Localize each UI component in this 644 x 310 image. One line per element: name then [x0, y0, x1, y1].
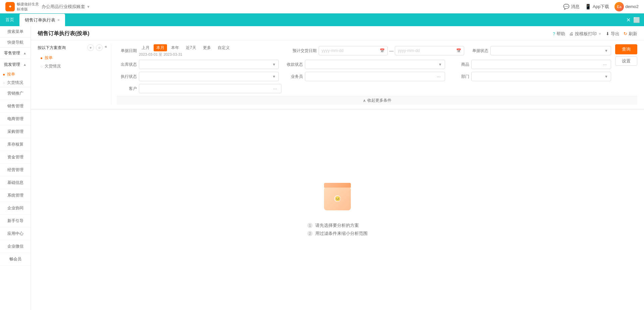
salesperson-input[interactable]: ···: [305, 72, 445, 81]
filter-goods-field: 商品 ···: [449, 60, 611, 69]
sidebar-item-appstore[interactable]: 应用中心: [0, 227, 31, 240]
sidebar-item-member[interactable]: 畅会员: [0, 253, 31, 266]
print-btn[interactable]: 🖨 按模板打印 ▼: [569, 31, 602, 37]
filter-salesperson-field: 业务员 ···: [283, 72, 445, 81]
filter-top: 按以下方案查询 + ○ « ● 按单 ○ 欠货情况: [38, 44, 637, 105]
goods-input[interactable]: ···: [471, 60, 611, 69]
query-btn[interactable]: 查询: [615, 44, 637, 54]
message-nav[interactable]: 💬 消息: [563, 4, 580, 10]
goods-dots-icon[interactable]: ···: [601, 62, 608, 67]
top-bar-right: 💬 消息 📱 App下载 Ea demo2: [563, 2, 639, 11]
sidebar-item-ecommerce[interactable]: 电商管理: [0, 113, 31, 125]
page-title: 销售订单执行表(按单): [38, 30, 90, 37]
sidebar-item-purchase[interactable]: 采购管理: [0, 125, 31, 138]
user-nav[interactable]: Ea demo2: [614, 2, 639, 11]
scheme-header: 按以下方案查询 + ○ «: [38, 44, 107, 51]
tab-maximize-btn[interactable]: ⬜: [633, 17, 640, 23]
empty-tip-2: 2 用过滤条件来缩小分析范围: [307, 230, 368, 237]
sidebar-item-operation[interactable]: 经营管理: [0, 164, 31, 176]
delivery-date-start-input[interactable]: yyyy-mm-dd 📅: [319, 46, 388, 55]
app-download-nav[interactable]: 📱 App下载: [585, 4, 609, 10]
help-btn[interactable]: ? 帮助: [553, 31, 565, 37]
delivery-status-label: 出库状态: [117, 62, 137, 67]
department-select[interactable]: ▼: [471, 72, 611, 81]
sidebar-item-marketing[interactable]: 营销推广: [0, 87, 31, 100]
sidebar-group-wholesale: 批发管理 ▲ ● 按单 ○ 欠货情况: [0, 59, 31, 87]
scheme-order-icon: ●: [40, 56, 43, 60]
date-tab-last-7[interactable]: 近7天: [183, 44, 199, 51]
date-tab-this-year[interactable]: 本年: [168, 44, 182, 51]
sidebar-item-system[interactable]: 系统管理: [0, 189, 31, 202]
sidebar-item-collab[interactable]: 企业协同: [0, 202, 31, 215]
logo-icon: ✦: [5, 2, 15, 11]
date-tab-custom[interactable]: 自定义: [215, 44, 232, 51]
tab-home[interactable]: 首页: [0, 13, 19, 26]
setting-btn[interactable]: 设置: [615, 56, 637, 66]
date-tab-more[interactable]: 更多: [200, 44, 214, 51]
filter-delivery-status-field: 出库状态 ▼: [117, 60, 279, 69]
sidebar-item-newbie[interactable]: 新手引导: [0, 215, 31, 227]
delivery-status-select[interactable]: ▼: [139, 60, 279, 69]
tab-sales-order[interactable]: 销售订单执行表 ×: [19, 14, 65, 27]
order-dot-icon: ●: [3, 72, 5, 77]
filter-collapse-bar[interactable]: ∧ 收起更多条件: [117, 96, 637, 105]
empty-tips: 1 请先选择要分析的方案 2 用过滤条件来缩小分析范围: [307, 222, 368, 237]
download-icon: 📱: [585, 4, 591, 10]
export-btn[interactable]: ⬇ 导出: [606, 31, 620, 37]
scheme-item-debt[interactable]: ○ 欠货情况: [38, 62, 107, 70]
status-arrow-icon: ▼: [604, 49, 608, 53]
sidebar-item-wechat[interactable]: 企业微信: [0, 240, 31, 253]
page-actions: ? 帮助 🖨 按模板打印 ▼ ⬇ 导出 ↻ 刷新: [553, 31, 637, 37]
customer-dots-icon[interactable]: ···: [272, 86, 278, 91]
exec-status-select[interactable]: ▼: [139, 72, 279, 81]
sidebar-item-debt[interactable]: ○ 欠货情况: [0, 79, 31, 87]
date-tab-last-month[interactable]: 上月: [139, 44, 152, 51]
sidebar-quick-nav[interactable]: 快捷导航: [0, 38, 31, 48]
tab-close-btn[interactable]: ×: [57, 18, 60, 22]
date-tabs: 上月 本月 本年 近7天 更多 自定义: [139, 44, 232, 51]
customer-input[interactable]: ···: [139, 84, 281, 93]
status-select[interactable]: ▼: [490, 46, 611, 55]
filter-date-field: 单据日期 上月 本月 本年 近7天: [117, 44, 288, 57]
scheme-title: 按以下方案查询: [38, 45, 66, 51]
tab-minimize-btn[interactable]: ✕: [626, 17, 631, 23]
logo-text: 畅捷做好生意 标准版: [17, 2, 39, 11]
sidebar-search[interactable]: 搜索菜单: [0, 26, 31, 38]
scheme-add-btn[interactable]: +: [87, 44, 94, 51]
scheme-item-order[interactable]: ● 按单: [38, 54, 107, 62]
sidebar-item-sales-mgmt[interactable]: 销售管理: [0, 100, 31, 113]
filter-actions: 查询 设置: [615, 44, 637, 66]
department-arrow-icon: ▼: [604, 74, 608, 79]
debt-dot-icon: ○: [3, 81, 5, 85]
payment-status-arrow-icon: ▼: [438, 62, 442, 66]
scheme-collapse-btn[interactable]: «: [105, 44, 107, 51]
goods-label: 商品: [449, 62, 469, 67]
date-separator: —: [389, 48, 393, 53]
breadcrumb[interactable]: 办公用品行业模拟账套 ▼: [42, 4, 90, 10]
salesperson-dots-icon[interactable]: ···: [435, 74, 442, 79]
message-icon: 💬: [563, 4, 570, 10]
date-field-label: 单据日期: [117, 48, 137, 54]
date-tab-this-month[interactable]: 本月: [154, 44, 167, 51]
scheme-edit-btn[interactable]: ○: [96, 44, 103, 51]
empty-box: 😐: [324, 187, 351, 210]
delivery-date-end-input[interactable]: yyyy-mm-dd 📅: [395, 46, 464, 55]
sidebar-item-basic[interactable]: 基础信息: [0, 176, 31, 189]
filter-exec-status-field: 执行状态 ▼: [117, 72, 279, 81]
department-label: 部门: [449, 74, 469, 80]
sidebar-item-inventory[interactable]: 库存核算: [0, 138, 31, 151]
payment-status-select[interactable]: ▼: [305, 60, 445, 69]
sidebar-group-retail-header[interactable]: 零售管理 ▲: [0, 48, 31, 59]
refresh-btn[interactable]: ↻ 刷新: [624, 31, 637, 37]
customer-label: 客户: [117, 86, 137, 92]
filter-row-2: 出库状态 ▼ 收款状态: [117, 60, 611, 69]
empty-box-face: 😐: [334, 195, 341, 202]
empty-tip-1: 1 请先选择要分析的方案: [307, 222, 368, 228]
scheme-icons: + ○ «: [87, 44, 107, 51]
sidebar-item-order[interactable]: ● 按单: [0, 70, 31, 79]
filter-row-3: 执行状态 ▼ 业务员 ···: [117, 72, 611, 81]
filter-department-field: 部门 ▼: [449, 72, 611, 81]
filter-row-4: 客户 ···: [117, 84, 611, 93]
sidebar-group-wholesale-header[interactable]: 批发管理 ▲: [0, 59, 31, 70]
sidebar-item-finance[interactable]: 资金管理: [0, 151, 31, 164]
